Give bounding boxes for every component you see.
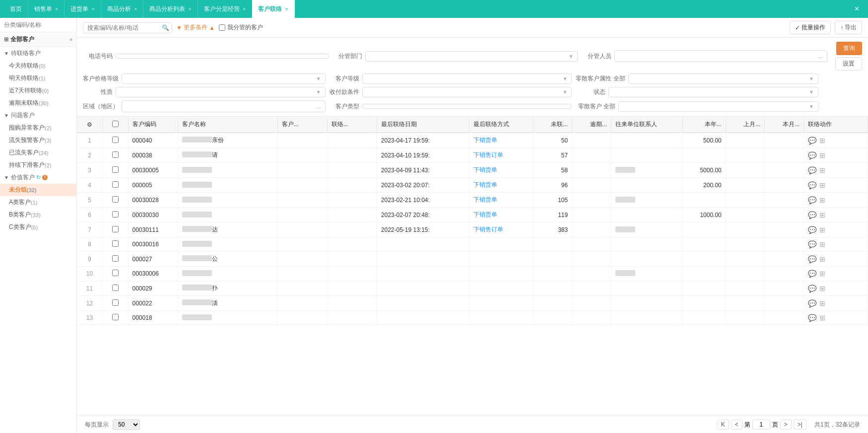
page-input[interactable]: [752, 420, 770, 430]
th-company-contact[interactable]: 往来单位联系人: [611, 117, 683, 133]
row-checkbox-cell[interactable]: [103, 178, 129, 193]
grid-action-icon[interactable]: ⊞: [819, 226, 825, 234]
grid-action-icon[interactable]: ⊞: [819, 270, 825, 278]
row-checkbox-cell[interactable]: [103, 163, 129, 178]
next-page-button[interactable]: >: [780, 420, 792, 430]
row-checkbox-cell[interactable]: [103, 237, 129, 252]
row-checkbox-cell[interactable]: [103, 252, 129, 267]
close-icon-2[interactable]: ×: [134, 6, 137, 12]
nav-tab-1[interactable]: 进货单 ×: [65, 0, 101, 18]
first-page-button[interactable]: K: [717, 420, 729, 430]
contact-method-link[interactable]: 下销货单: [473, 166, 497, 173]
sidebar-item-today[interactable]: 今天待联络 (0): [0, 60, 76, 72]
chat-icon[interactable]: 💬: [808, 314, 816, 322]
sidebar-item-overdue[interactable]: 逾期未联络 (30): [0, 97, 76, 109]
collapse-icon[interactable]: «: [69, 37, 72, 42]
chat-icon[interactable]: 💬: [808, 285, 816, 292]
sidebar-item-7days[interactable]: 近7天待联络 (0): [0, 84, 76, 97]
th-contact[interactable]: 联络...: [327, 117, 377, 133]
phone-input[interactable]: [116, 54, 329, 59]
row-checkbox[interactable]: [112, 181, 119, 188]
row-checkbox[interactable]: [112, 196, 119, 203]
sidebar-item-abnormal[interactable]: 囤购异常客户 (2): [0, 122, 76, 134]
row-checkbox-cell[interactable]: [103, 148, 129, 163]
status-select[interactable]: ▼: [608, 87, 818, 97]
contact-method-link[interactable]: 下销货单: [473, 196, 497, 203]
row-checkbox-cell[interactable]: [103, 193, 129, 208]
contact-method-link[interactable]: 下销货单: [473, 181, 497, 188]
contact-method-link[interactable]: 下销售订单: [473, 226, 503, 233]
chat-icon[interactable]: 💬: [808, 151, 816, 159]
row-checkbox-cell[interactable]: [103, 281, 129, 296]
grid-action-icon[interactable]: ⊞: [819, 255, 825, 263]
region-select[interactable]: ...: [122, 100, 326, 112]
search-icon[interactable]: 🔍: [162, 24, 169, 31]
sidebar-item-ungrouped[interactable]: 未分组 (32): [0, 184, 76, 196]
close-icon-5[interactable]: ×: [285, 6, 288, 12]
row-checkbox[interactable]: [112, 211, 119, 217]
grid-action-icon[interactable]: ⊞: [819, 181, 825, 189]
retail-cust-select[interactable]: ▼: [618, 101, 818, 112]
export-button[interactable]: ↑ 导出: [835, 21, 862, 34]
cust-level-select[interactable]: ▼: [362, 73, 572, 84]
grid-action-icon[interactable]: ⊞: [819, 166, 825, 174]
grid-action-icon[interactable]: ⊞: [819, 285, 825, 292]
reset-button[interactable]: 设置: [835, 57, 862, 71]
category-search-input[interactable]: [4, 21, 77, 28]
close-icon-0[interactable]: ×: [55, 6, 58, 12]
nav-tab-5[interactable]: 客户联络 ×: [252, 0, 294, 18]
th-this-year[interactable]: 本年...: [683, 117, 726, 133]
sidebar-item-class-c[interactable]: C类客户 (6): [0, 221, 76, 233]
chat-icon[interactable]: 💬: [808, 226, 816, 234]
refresh-icon[interactable]: ↻: [36, 174, 41, 181]
query-button[interactable]: 查询: [836, 42, 862, 55]
th-gear[interactable]: ⚙: [77, 117, 103, 133]
row-checkbox[interactable]: [112, 226, 119, 232]
row-checkbox-cell[interactable]: [103, 208, 129, 222]
my-customers-input[interactable]: [219, 24, 225, 31]
nav-tab-0[interactable]: 销售单 ×: [28, 0, 65, 18]
chat-icon[interactable]: 💬: [808, 299, 816, 307]
person-select[interactable]: ...: [614, 50, 827, 62]
chat-icon[interactable]: 💬: [808, 240, 816, 248]
payment-select[interactable]: ▼: [362, 87, 572, 97]
grid-action-icon[interactable]: ⊞: [819, 196, 825, 204]
nature-select[interactable]: ▼: [116, 87, 326, 97]
prev-page-button[interactable]: <: [731, 420, 742, 430]
chat-icon[interactable]: 💬: [808, 270, 816, 278]
chat-icon[interactable]: 💬: [808, 255, 816, 263]
page-size-select[interactable]: 50 100 200: [113, 419, 140, 430]
grid-action-icon[interactable]: ⊞: [819, 151, 825, 159]
sidebar-group-pending[interactable]: ▼ 待联络客户: [0, 47, 76, 60]
row-checkbox-cell[interactable]: [103, 133, 129, 148]
chat-icon[interactable]: 💬: [808, 181, 816, 189]
th-last-month[interactable]: 上月...: [726, 117, 765, 133]
th-code[interactable]: 客户编码: [128, 117, 178, 133]
nav-tab-2[interactable]: 商品分析 ×: [101, 0, 143, 18]
th-overdue[interactable]: 逾期...: [572, 117, 611, 133]
contact-method-link[interactable]: 下销货单: [473, 137, 497, 144]
retail-attr-select[interactable]: ▼: [628, 73, 818, 84]
th-no-contact[interactable]: 未联...: [533, 117, 572, 133]
row-checkbox[interactable]: [112, 137, 119, 143]
th-checkbox[interactable]: [103, 117, 129, 133]
dept-select[interactable]: ▼: [365, 51, 578, 62]
row-checkbox-cell[interactable]: [103, 311, 129, 325]
row-checkbox[interactable]: [112, 240, 119, 247]
row-checkbox[interactable]: [112, 255, 119, 262]
nav-home[interactable]: 首页: [4, 0, 28, 18]
last-page-button[interactable]: >|: [794, 420, 806, 430]
row-checkbox[interactable]: [112, 166, 119, 173]
sidebar-item-churned[interactable]: 已流失客户 (24): [0, 146, 76, 159]
grid-action-icon[interactable]: ⊞: [819, 314, 825, 322]
all-customers-section[interactable]: ⊞ 全部客户 «: [0, 32, 76, 47]
sidebar-group-value[interactable]: ▼ 价值客户 ↻ !: [0, 171, 76, 184]
my-customers-checkbox[interactable]: 我分管的客户: [219, 23, 263, 32]
sidebar-item-declining[interactable]: 持续下滑客户 (2): [0, 159, 76, 171]
contact-method-link[interactable]: 下销货单: [473, 211, 497, 218]
sidebar-item-class-a[interactable]: A类客户 (1): [0, 196, 76, 209]
sidebar-item-churn-warning[interactable]: 流失预警客户 (3): [0, 134, 76, 146]
th-last-date[interactable]: 最后联络日期: [377, 117, 469, 133]
th-name[interactable]: 客户名称: [178, 117, 277, 133]
row-checkbox-cell[interactable]: [103, 267, 129, 281]
